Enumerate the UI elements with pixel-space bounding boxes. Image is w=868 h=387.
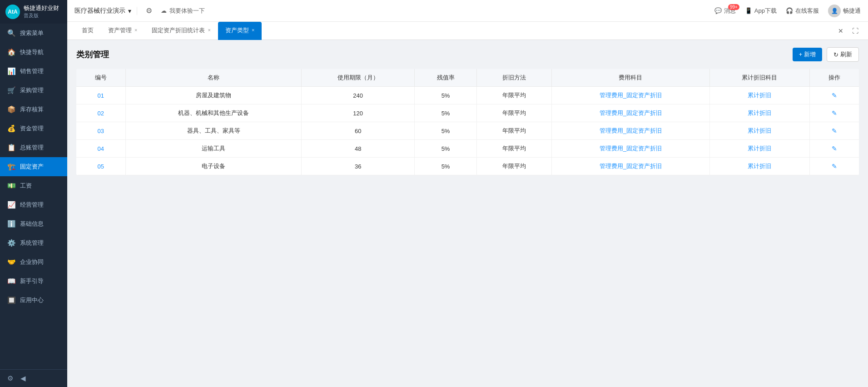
td-period: 48 xyxy=(302,140,415,158)
td-expense[interactable]: 管理费用_固定资产折旧 xyxy=(552,140,710,158)
sidebar-item-system[interactable]: ⚙️ 系统管理 xyxy=(0,233,67,253)
td-method: 年限平均 xyxy=(477,104,552,122)
sidebar-footer: ⚙ ◀ xyxy=(0,369,67,387)
td-acc-dep[interactable]: 累计折旧 xyxy=(709,87,810,104)
td-code: 02 xyxy=(76,104,125,122)
nav-label-sales: 销售管理 xyxy=(20,67,44,75)
expand-tab-btn[interactable]: ⛶ xyxy=(850,25,861,36)
sidebar: AtA 畅捷通好业财 普及版 🔍 搜索菜单 🏠 快捷导航 📊 销售管理 🛒 采购… xyxy=(0,0,67,387)
tab-asset_mgmt[interactable]: 资产管理× xyxy=(101,22,144,40)
tab-close-asset_type[interactable]: × xyxy=(252,28,254,33)
td-period: 36 xyxy=(302,158,415,175)
refresh-button[interactable]: ↻ 刷新 xyxy=(827,47,859,62)
nav-icon-purchase: 🛒 xyxy=(7,86,15,94)
sidebar-item-basic_info[interactable]: ℹ️ 基础信息 xyxy=(0,214,67,233)
app-download-btn[interactable]: 📱 App下载 xyxy=(745,7,777,15)
sidebar-item-payroll[interactable]: 💵 工资 xyxy=(0,176,67,195)
nav-label-operations: 经营管理 xyxy=(20,201,44,209)
nav-label-payroll: 工资 xyxy=(20,182,32,190)
sidebar-item-collab[interactable]: 🤝 企业协同 xyxy=(0,253,67,272)
td-period: 60 xyxy=(302,122,415,140)
sidebar-item-ledger[interactable]: 📋 总账管理 xyxy=(0,138,67,157)
table-row: 01房屋及建筑物2405%年限平均管理费用_固定资产折旧累计折旧✎ xyxy=(76,87,859,104)
table-wrapper: 编号名称使用期限（月）残值率折旧方法费用科目累计折旧科目操作 01房屋及建筑物2… xyxy=(76,69,859,175)
td-edit[interactable]: ✎ xyxy=(810,158,859,175)
nav-label-system: 系统管理 xyxy=(20,239,44,247)
service-btn[interactable]: 🎧 在线客服 xyxy=(786,7,819,15)
td-edit[interactable]: ✎ xyxy=(810,140,859,158)
td-code: 01 xyxy=(76,87,125,104)
td-acc-dep[interactable]: 累计折旧 xyxy=(709,158,810,175)
tab-close-asset_mgmt[interactable]: × xyxy=(134,28,137,33)
th-累计折旧科目: 累计折旧科目 xyxy=(709,69,810,87)
message-badge: 99 xyxy=(728,4,739,10)
td-period: 120 xyxy=(302,104,415,122)
user-area[interactable]: 👤 畅捷通 xyxy=(828,5,861,17)
td-acc-dep[interactable]: 累计折旧 xyxy=(709,104,810,122)
settings-btn[interactable]: ⚙ xyxy=(143,5,155,17)
content-area: 类别管理 + 新增 ↻ 刷新 编号名称使用期限（月）残值率折旧方法费用科目累计折… xyxy=(67,40,868,387)
experience-btn[interactable]: ☁ 我要体验一下 xyxy=(161,7,709,15)
td-edit[interactable]: ✎ xyxy=(810,104,859,122)
sidebar-item-search[interactable]: 🔍 搜索菜单 xyxy=(0,24,67,43)
message-icon: 💬 xyxy=(714,7,722,14)
tab-close-depreciation[interactable]: × xyxy=(208,28,210,33)
nav-label-purchase: 采购管理 xyxy=(20,86,44,94)
table-row: 05电子设备365%年限平均管理费用_固定资产折旧累计折旧✎ xyxy=(76,158,859,175)
nav-icon-quick_nav: 🏠 xyxy=(7,48,15,56)
td-code: 05 xyxy=(76,158,125,175)
td-expense[interactable]: 管理费用_固定资产折旧 xyxy=(552,122,710,140)
nav-icon-basic_info: ℹ️ xyxy=(7,220,15,228)
td-edit[interactable]: ✎ xyxy=(810,122,859,140)
nav-icon-operations: 📈 xyxy=(7,201,15,209)
td-expense[interactable]: 管理费用_固定资产折旧 xyxy=(552,104,710,122)
sidebar-item-purchase[interactable]: 🛒 采购管理 xyxy=(0,81,67,100)
sidebar-item-quick_nav[interactable]: 🏠 快捷导航 xyxy=(0,43,67,62)
tab-asset_type[interactable]: 资产类型× xyxy=(218,22,262,40)
tab-home[interactable]: 首页 xyxy=(74,22,101,40)
settings-icon[interactable]: ⚙ xyxy=(7,374,13,382)
th-使用期限（月）: 使用期限（月） xyxy=(302,69,415,87)
page-header: 类别管理 + 新增 ↻ 刷新 xyxy=(76,47,859,62)
chevron-down-icon: ▾ xyxy=(128,7,131,15)
sidebar-item-operations[interactable]: 📈 经营管理 xyxy=(0,195,67,214)
table-row: 04运输工具485%年限平均管理费用_固定资产折旧累计折旧✎ xyxy=(76,140,859,158)
td-edit[interactable]: ✎ xyxy=(810,87,859,104)
nav-icon-payroll: 💵 xyxy=(7,182,15,190)
td-residual: 5% xyxy=(414,87,476,104)
td-name: 机器、机械和其他生产设备 xyxy=(125,104,302,122)
nav-icon-guide: 📖 xyxy=(7,277,15,285)
app-download-label: App下载 xyxy=(754,7,777,15)
nav-icon-sales: 📊 xyxy=(7,67,15,75)
td-expense[interactable]: 管理费用_固定资产折旧 xyxy=(552,87,710,104)
sidebar-item-sales[interactable]: 📊 销售管理 xyxy=(0,62,67,81)
sidebar-item-fixed_assets[interactable]: 🏗️ 固定资产 xyxy=(0,157,67,176)
td-acc-dep[interactable]: 累计折旧 xyxy=(709,122,810,140)
tab-depreciation[interactable]: 固定资产折旧统计表× xyxy=(144,22,218,40)
sidebar-item-guide[interactable]: 📖 新手引导 xyxy=(0,272,67,291)
sidebar-item-inventory[interactable]: 📦 库存核算 xyxy=(0,100,67,119)
message-btn[interactable]: 💬 消息 99 xyxy=(714,7,736,15)
headset-icon: 🎧 xyxy=(786,7,793,14)
close-tab-btn[interactable]: ✕ xyxy=(835,25,846,36)
nav-label-app_center: 应用中心 xyxy=(20,296,44,304)
new-button[interactable]: + 新增 xyxy=(793,48,822,61)
td-residual: 5% xyxy=(414,140,476,158)
sidebar-item-app_center[interactable]: 🔲 应用中心 xyxy=(0,291,67,310)
nav-icon-app_center: 🔲 xyxy=(7,296,15,304)
tab-label-home: 首页 xyxy=(82,26,94,35)
logo-text-group: 畅捷通好业财 普及版 xyxy=(24,5,59,19)
th-操作: 操作 xyxy=(810,69,859,87)
td-expense[interactable]: 管理费用_固定资产折旧 xyxy=(552,158,710,175)
table-row: 03器具、工具、家具等605%年限平均管理费用_固定资产折旧累计折旧✎ xyxy=(76,122,859,140)
td-residual: 5% xyxy=(414,122,476,140)
sidebar-item-finance[interactable]: 💰 资金管理 xyxy=(0,119,67,138)
th-残值率: 残值率 xyxy=(414,69,476,87)
app-selector[interactable]: 医疗器械行业演示 ▾ xyxy=(74,7,137,15)
td-acc-dep[interactable]: 累计折旧 xyxy=(709,140,810,158)
td-name: 器具、工具、家具等 xyxy=(125,122,302,140)
experience-label: 我要体验一下 xyxy=(169,7,205,15)
collapse-icon[interactable]: ◀ xyxy=(20,374,26,382)
category-table: 编号名称使用期限（月）残值率折旧方法费用科目累计折旧科目操作 01房屋及建筑物2… xyxy=(76,69,859,175)
sidebar-logo: AtA 畅捷通好业财 普及版 xyxy=(0,0,67,24)
